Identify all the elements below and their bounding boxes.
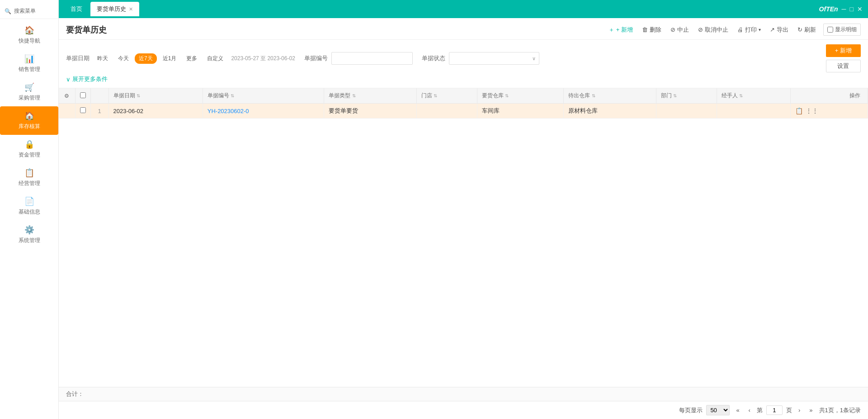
operation-icon: 📋 [24, 168, 34, 178]
sort-icon-handler: ⇅ [739, 93, 743, 98]
date-btn-yesterday[interactable]: 昨天 [93, 53, 112, 64]
row-checkbox-cell[interactable] [75, 104, 90, 119]
sidebar: 🔍 搜索菜单 🏠 快捷导航 📊 销售管理 🛒 采购管理 🏠 库存核算 🔒 资金管… [0, 0, 59, 419]
page-number-input[interactable] [766, 405, 783, 415]
page-title: 要货单历史 [66, 24, 107, 35]
cancel-stop-button[interactable]: ⊘ 取消中止 [696, 26, 730, 34]
date-range-text: 2023-05-27 至 2023-06-02 [231, 55, 295, 62]
col-store[interactable]: 门店 ⇅ [416, 88, 477, 104]
print-label: 打印 [745, 26, 757, 34]
sidebar-item-label: 快捷导航 [19, 37, 40, 45]
date-range-buttons: 昨天 今天 近7天 近1月 更多 自定义 [93, 53, 227, 64]
tab-history[interactable]: 要货单历史 ✕ [90, 2, 139, 16]
stop-label: 中止 [677, 26, 689, 34]
sidebar-item-operation[interactable]: 📋 经营管理 [0, 163, 58, 192]
new-button[interactable]: ＋ + 新增 [607, 26, 635, 34]
sidebar-item-label: 资金管理 [19, 151, 40, 159]
col-req-warehouse[interactable]: 要货仓库 ⇅ [477, 88, 563, 104]
sidebar-item-quick-nav[interactable]: 🏠 快捷导航 [0, 21, 58, 49]
table-row: 1 2023-06-02 YH-20230602-0 要货单要货 车间库 原材料… [59, 104, 868, 119]
row-settings-cell [59, 104, 75, 119]
col-bill-type-label: 单据类型 [329, 92, 350, 99]
expand-more-btn[interactable]: ∨ 展开更多条件 [66, 72, 861, 83]
print-button[interactable]: 🖨 打印 ▾ [736, 26, 763, 34]
show-detail-toggle[interactable]: 显示明细 [823, 24, 861, 36]
sidebar-item-basic[interactable]: 📄 基础信息 [0, 192, 58, 220]
date-filter: 单据日期 昨天 今天 近7天 近1月 更多 自定义 2023-05-27 至 2… [66, 53, 295, 64]
window-minimize-btn[interactable]: ─ [842, 5, 846, 13]
sidebar-item-system[interactable]: ⚙️ 系统管理 [0, 220, 58, 249]
total-info: 共1页，1条记录 [819, 406, 861, 414]
export-button[interactable]: ↗ 导出 [768, 26, 790, 34]
sidebar-item-finance[interactable]: 🔒 资金管理 [0, 135, 58, 163]
col-settings[interactable]: ⚙ [59, 88, 75, 104]
delete-button[interactable]: 🗑 删除 [640, 26, 663, 34]
col-pending-warehouse[interactable]: 待出仓库 ⇅ [564, 88, 656, 104]
sidebar-item-purchase[interactable]: 🛒 采购管理 [0, 78, 58, 106]
bill-no-link[interactable]: YH-20230602-0 [208, 108, 249, 114]
col-department[interactable]: 部门 ⇅ [656, 88, 717, 104]
bill-status-select[interactable] [449, 52, 539, 65]
last-page-btn[interactable]: » [807, 406, 815, 414]
bill-number-input[interactable] [331, 52, 413, 65]
sort-icon-store: ⇅ [434, 93, 437, 98]
bill-status-select-wrapper [449, 52, 539, 65]
refresh-button[interactable]: ↻ 刷新 [796, 26, 818, 34]
sort-icon-pending-warehouse: ⇅ [592, 93, 595, 98]
row-edit-icon[interactable]: 📋 [795, 107, 803, 114]
logo-text: OfTEn [819, 5, 838, 13]
bill-status-label: 单据状态 [422, 54, 445, 62]
new-icon: ＋ [609, 26, 614, 34]
col-date-label: 单据日期 [113, 92, 135, 99]
row-department-cell [656, 104, 717, 119]
show-detail-checkbox[interactable] [827, 27, 833, 33]
expand-icon: ∨ [66, 76, 71, 83]
toolbar: ＋ + 新增 🗑 删除 ⊘ 中止 ⊘ 取消中止 🖨 打印 [607, 24, 861, 36]
row-bill-no-cell[interactable]: YH-20230602-0 [203, 104, 324, 119]
query-button[interactable]: + 新增 [826, 44, 861, 57]
sidebar-item-label: 采购管理 [19, 94, 40, 102]
col-operation-label: 操作 [849, 92, 860, 99]
date-btn-today[interactable]: 今天 [114, 53, 133, 64]
date-label: 单据日期 [66, 54, 90, 62]
sort-icon-date: ⇅ [137, 93, 140, 98]
prev-page-btn[interactable]: ‹ [746, 406, 753, 414]
date-btn-custom[interactable]: 自定义 [203, 53, 227, 64]
first-page-btn[interactable]: « [733, 406, 742, 414]
per-page-select[interactable]: 50 10 20 100 [706, 405, 730, 415]
sidebar-item-label: 基础信息 [19, 208, 40, 216]
col-bill-type[interactable]: 单据类型 ⇅ [324, 88, 417, 104]
system-icon: ⚙️ [24, 225, 34, 235]
row-num-cell: 1 [90, 104, 108, 119]
next-page-btn[interactable]: › [796, 406, 803, 414]
window-close-btn[interactable]: ✕ [857, 5, 863, 13]
row-more-icon[interactable]: ⋮⋮ [806, 107, 818, 114]
search-icon: 🔍 [5, 8, 11, 14]
sidebar-search[interactable]: 🔍 搜索菜单 [0, 4, 58, 19]
sidebar-item-inventory[interactable]: 🏠 库存核算 [0, 106, 58, 135]
date-btn-more[interactable]: 更多 [182, 53, 201, 64]
sort-icon-bill-no: ⇅ [231, 93, 234, 98]
topbar: 首页 要货单历史 ✕ OfTEn ─ □ ✕ [59, 0, 868, 18]
sort-icon-bill-type: ⇅ [352, 93, 356, 98]
col-bill-no[interactable]: 单据编号 ⇅ [203, 88, 324, 104]
settings-button[interactable]: 设置 [826, 60, 861, 72]
purchase-icon: 🛒 [24, 82, 34, 92]
stop-button[interactable]: ⊘ 中止 [669, 26, 691, 34]
tab-home[interactable]: 首页 [64, 2, 89, 16]
date-btn-7days[interactable]: 近7天 [135, 53, 157, 64]
date-btn-1month[interactable]: 近1月 [159, 53, 181, 64]
sidebar-item-label: 经营管理 [19, 180, 40, 187]
col-date[interactable]: 单据日期 ⇅ [108, 88, 203, 104]
row-checkbox[interactable] [80, 107, 86, 113]
col-operation: 操作 [790, 88, 868, 104]
col-handler[interactable]: 经手人 ⇅ [717, 88, 790, 104]
select-all-checkbox[interactable] [80, 92, 86, 98]
per-page-label: 每页显示 [679, 406, 703, 414]
tab-close-icon[interactable]: ✕ [129, 6, 133, 12]
cancel-icon: ⊘ [698, 26, 703, 33]
export-icon: ↗ [770, 26, 775, 33]
sidebar-item-sales[interactable]: 📊 销售管理 [0, 49, 58, 78]
print-icon: 🖨 [737, 26, 743, 33]
window-maximize-btn[interactable]: □ [850, 5, 854, 13]
